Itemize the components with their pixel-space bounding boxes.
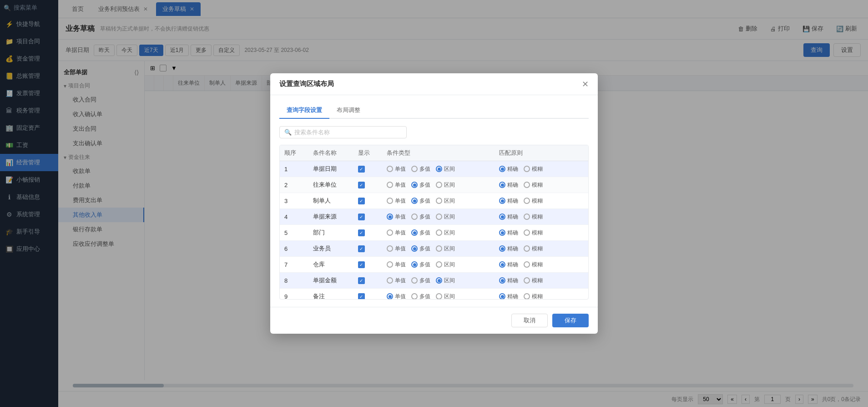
row-show-checkbox[interactable]: ✓: [358, 214, 365, 220]
row-show-cell: ✓: [353, 273, 382, 289]
radio-match-模糊[interactable]: 模糊: [524, 245, 543, 253]
modal-search-container: 🔍: [279, 126, 407, 138]
row-condition-name: 部门: [308, 225, 353, 241]
row-match-cell: 精确模糊: [495, 161, 588, 177]
row-show-checkbox[interactable]: ✓: [358, 198, 365, 204]
radio-type-多值[interactable]: 多值: [411, 165, 430, 173]
radio-type-多值[interactable]: 多值: [411, 197, 430, 205]
modal-table-row: 6业务员✓单值多值区间精确模糊: [280, 241, 588, 257]
row-show-checkbox[interactable]: ✓: [358, 245, 365, 252]
row-type-cell: 单值多值区间: [382, 257, 495, 273]
row-show-cell: ✓: [353, 225, 382, 241]
row-condition-name: 业务员: [308, 241, 353, 257]
modal-save-button[interactable]: 保存: [552, 314, 589, 327]
modal-search-input[interactable]: [294, 129, 394, 136]
radio-match-模糊[interactable]: 模糊: [524, 277, 543, 285]
modal-body: 查询字段设置布局调整 🔍 顺序条件名称显示条件类型匹配原则 1单据日期✓单值多值…: [270, 95, 598, 307]
radio-match-精确[interactable]: 精确: [499, 277, 518, 285]
radio-type-多值[interactable]: 多值: [411, 181, 430, 189]
row-show-cell: ✓: [353, 289, 382, 300]
radio-match-模糊[interactable]: 模糊: [524, 213, 543, 221]
modal-close-button[interactable]: ✕: [582, 80, 589, 88]
radio-match-模糊[interactable]: 模糊: [524, 261, 543, 269]
radio-type-多值[interactable]: 多值: [411, 293, 430, 300]
radio-match-精确[interactable]: 精确: [499, 293, 518, 300]
modal-tab-layout[interactable]: 布局调整: [329, 102, 368, 119]
radio-match-精确[interactable]: 精确: [499, 181, 518, 189]
radio-match-精确[interactable]: 精确: [499, 229, 518, 237]
radio-type-单值[interactable]: 单值: [387, 277, 406, 285]
row-condition-name: 往来单位: [308, 177, 353, 193]
modal-cancel-button[interactable]: 取消: [511, 314, 548, 327]
row-show-checkbox[interactable]: ✓: [358, 229, 365, 236]
modal-th-显示: 显示: [353, 145, 382, 161]
row-order: 1: [280, 161, 308, 177]
row-show-checkbox[interactable]: ✓: [358, 293, 365, 300]
radio-type-区间[interactable]: 区间: [436, 293, 455, 300]
radio-match-模糊[interactable]: 模糊: [524, 197, 543, 205]
radio-match-精确[interactable]: 精确: [499, 197, 518, 205]
row-match-cell: 精确模糊: [495, 241, 588, 257]
radio-type-多值[interactable]: 多值: [411, 245, 430, 253]
row-order: 8: [280, 273, 308, 289]
row-match-cell: 精确模糊: [495, 225, 588, 241]
modal-table-row: 5部门✓单值多值区间精确模糊: [280, 225, 588, 241]
radio-match-模糊[interactable]: 模糊: [524, 229, 543, 237]
modal-tab-fields[interactable]: 查询字段设置: [279, 102, 329, 119]
row-show-checkbox[interactable]: ✓: [358, 166, 365, 173]
radio-type-区间[interactable]: 区间: [436, 261, 455, 269]
radio-match-精确[interactable]: 精确: [499, 245, 518, 253]
radio-match-模糊[interactable]: 模糊: [524, 165, 543, 173]
radio-match-精确[interactable]: 精确: [499, 213, 518, 221]
row-type-cell: 单值多值区间: [382, 289, 495, 300]
radio-type-多值[interactable]: 多值: [411, 229, 430, 237]
modal-th-条件类型: 条件类型: [382, 145, 495, 161]
row-order: 4: [280, 209, 308, 225]
row-match-cell: 精确模糊: [495, 209, 588, 225]
radio-type-区间[interactable]: 区间: [436, 277, 455, 285]
row-condition-name: 备注: [308, 289, 353, 300]
radio-type-单值[interactable]: 单值: [387, 213, 406, 221]
radio-type-区间[interactable]: 区间: [436, 245, 455, 253]
modal-table-row: 9备注✓单值多值区间精确模糊: [280, 289, 588, 300]
row-type-cell: 单值多值区间: [382, 193, 495, 209]
radio-type-区间[interactable]: 区间: [436, 197, 455, 205]
modal-header: 设置查询区域布局 ✕: [270, 73, 598, 95]
radio-type-单值[interactable]: 单值: [387, 293, 406, 300]
modal-table-row: 2往来单位✓单值多值区间精确模糊: [280, 177, 588, 193]
radio-type-区间[interactable]: 区间: [436, 229, 455, 237]
row-condition-name: 制单人: [308, 193, 353, 209]
row-show-cell: ✓: [353, 161, 382, 177]
radio-type-多值[interactable]: 多值: [411, 261, 430, 269]
row-show-checkbox[interactable]: ✓: [358, 277, 365, 284]
row-order: 5: [280, 225, 308, 241]
modal-table-row: 7仓库✓单值多值区间精确模糊: [280, 257, 588, 273]
radio-type-单值[interactable]: 单值: [387, 229, 406, 237]
radio-match-精确[interactable]: 精确: [499, 165, 518, 173]
radio-type-单值[interactable]: 单值: [387, 245, 406, 253]
modal-table-row: 1单据日期✓单值多值区间精确模糊: [280, 161, 588, 177]
radio-match-模糊[interactable]: 模糊: [524, 293, 543, 300]
modal-search-icon: 🔍: [284, 129, 292, 136]
modal-footer: 取消 保存: [270, 307, 598, 334]
row-show-checkbox[interactable]: ✓: [358, 182, 365, 188]
radio-type-多值[interactable]: 多值: [411, 277, 430, 285]
row-type-cell: 单值多值区间: [382, 161, 495, 177]
radio-type-单值[interactable]: 单值: [387, 197, 406, 205]
radio-match-精确[interactable]: 精确: [499, 261, 518, 269]
radio-type-区间[interactable]: 区间: [436, 165, 455, 173]
row-show-checkbox[interactable]: ✓: [358, 261, 365, 268]
row-type-cell: 单值多值区间: [382, 225, 495, 241]
row-show-cell: ✓: [353, 241, 382, 257]
row-condition-name: 单据日期: [308, 161, 353, 177]
radio-match-模糊[interactable]: 模糊: [524, 181, 543, 189]
radio-type-单值[interactable]: 单值: [387, 165, 406, 173]
row-order: 2: [280, 177, 308, 193]
radio-type-单值[interactable]: 单值: [387, 261, 406, 269]
radio-type-多值[interactable]: 多值: [411, 213, 430, 221]
row-show-cell: ✓: [353, 193, 382, 209]
radio-type-单值[interactable]: 单值: [387, 181, 406, 189]
modal-th-匹配原则: 匹配原则: [495, 145, 588, 161]
radio-type-区间[interactable]: 区间: [436, 213, 455, 221]
radio-type-区间[interactable]: 区间: [436, 181, 455, 189]
